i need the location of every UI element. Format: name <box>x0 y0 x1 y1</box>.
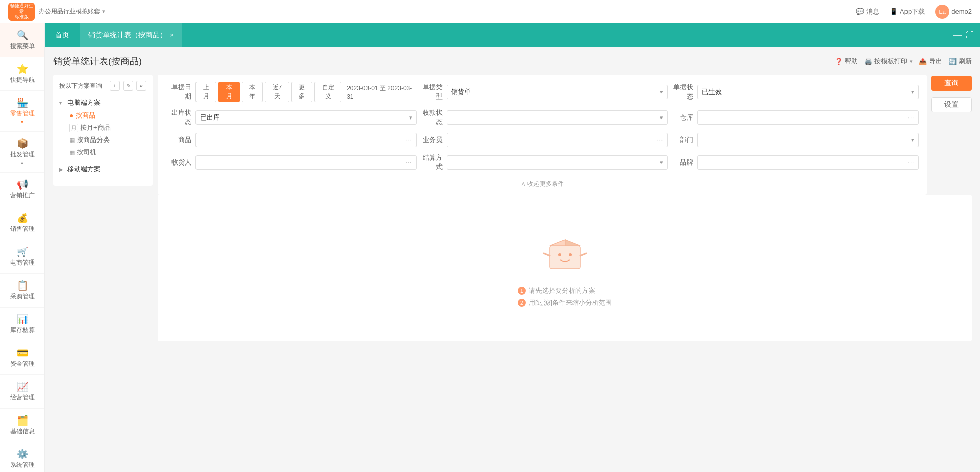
tab-maximize-icon[interactable]: ⛶ <box>966 31 974 40</box>
panel-add-btn[interactable]: + <box>110 81 120 91</box>
dept-dropdown-icon: ▾ <box>911 137 914 144</box>
settle-filter-cell: 结算方式 ▾ <box>417 153 668 172</box>
tree-group-mobile-header[interactable]: ▶ 移动端方案 <box>59 162 146 176</box>
sidebar-item-ops[interactable]: 📈 经营管理 <box>0 375 44 409</box>
by-driver-label: 按司机 <box>77 148 96 157</box>
topbar-right: 💬 消息 📱 App下载 Ea demo2 <box>856 5 972 19</box>
tab-close-icon[interactable]: × <box>170 32 174 39</box>
date-btn-7days[interactable]: 近7天 <box>265 82 289 102</box>
date-buttons: 上月 本月 本年 近7天 更多 自定义 2023-03-01 至 2023-03… <box>195 82 417 102</box>
user-menu[interactable]: Ea demo2 <box>935 5 972 19</box>
app-download-btn[interactable]: 📱 App下载 <box>890 7 925 16</box>
status-filter-cell: 单据状态 已生效 ▾ <box>668 83 919 101</box>
refresh-icon: 🔄 <box>948 58 957 65</box>
settings-button[interactable]: 设置 <box>931 97 972 112</box>
messages-btn[interactable]: 💬 消息 <box>856 7 879 16</box>
search-icon: 🔍 <box>2 30 42 41</box>
stock-select[interactable]: 已出库 ▾ <box>195 110 417 125</box>
query-btn-col: 查询 设置 <box>931 75 972 195</box>
print-btn[interactable]: 🖨️ 按模板打印 ▾ <box>864 57 913 66</box>
sidebar-system-label: 系统管理 <box>2 461 42 469</box>
by-category-label: 按商品分类 <box>77 135 110 145</box>
tree-expand-icon: ▾ <box>59 100 65 106</box>
tree-mobile-expand-icon: ▶ <box>59 167 65 172</box>
collapse-label: ∧ 收起更多条件 <box>521 180 564 187</box>
tree-item-by-category[interactable]: ▦ 按商品分类 <box>69 134 146 146</box>
avatar-initials: Ea <box>939 9 946 15</box>
panel-edit-icon: ✎ <box>126 83 131 89</box>
settle-select[interactable]: ▾ <box>447 155 668 170</box>
dept-select[interactable]: ▾ <box>697 133 919 147</box>
sidebar-item-finance[interactable]: 💳 资金管理 <box>0 341 44 375</box>
goods-input[interactable]: ··· <box>195 133 417 147</box>
payment-label: 收款状态 <box>417 108 447 127</box>
empty-step-2: 2 用[过滤]条件来缩小分析范围 <box>518 298 612 308</box>
tab-bar: 首页 销货单统计表（按商品） × — ⛶ <box>45 23 980 47</box>
logo-text: 畅捷通好生意 <box>8 3 35 14</box>
tab-minimize-icon[interactable]: — <box>953 31 962 40</box>
page-title: 销货单统计表(按商品) <box>53 55 142 67</box>
sidebar-item-basic[interactable]: 🗂️ 基础信息 <box>0 409 44 442</box>
sidebar-item-inventory[interactable]: 📊 库存核算 <box>0 308 44 341</box>
sidebar-finance-label: 资金管理 <box>2 360 42 368</box>
query-button[interactable]: 查询 <box>931 76 972 91</box>
goods-dots-icon: ··· <box>406 137 412 143</box>
sidebar-item-wholesale[interactable]: 📦 批发管理 ▴ <box>0 132 44 173</box>
export-btn[interactable]: 📤 导出 <box>919 57 942 66</box>
tab-bar-actions: — ⛶ <box>953 31 980 40</box>
dept-label: 部门 <box>668 135 697 145</box>
avatar: Ea <box>935 5 949 19</box>
refresh-btn[interactable]: 🔄 刷新 <box>948 57 972 66</box>
month-goods-icon: 月 <box>69 124 78 132</box>
date-btn-more[interactable]: 更多 <box>291 82 312 102</box>
brand-input[interactable]: ··· <box>697 155 919 170</box>
app-label: App下载 <box>900 7 925 16</box>
sidebar-item-purchase[interactable]: 📋 采购管理 <box>0 274 44 308</box>
main-top-row: 单据日期 上月 本月 本年 近7天 更多 自定义 2023-03-01 至 20… <box>158 75 972 195</box>
collapse-bar[interactable]: ∧ 收起更多条件 <box>166 176 919 191</box>
sidebar-item-marketing[interactable]: 📢 营销推广 <box>0 173 44 206</box>
help-btn[interactable]: ❓ 帮助 <box>835 57 858 66</box>
panel-edit-btn[interactable]: ✎ <box>123 81 133 91</box>
empty-state: 1 请先选择要分析的方案 2 用[过滤]条件来缩小分析范围 <box>158 195 972 341</box>
type-filter-cell: 单据类型 销货单 ▾ <box>417 83 668 101</box>
tree-group-desktop-header[interactable]: ▾ 电脑端方案 <box>59 96 146 109</box>
sidebar-item-quicknav[interactable]: ⭐ 快捷导航 <box>0 57 44 91</box>
workspace-selector[interactable]: 办公用品行业模拟账套 ▾ <box>39 7 105 16</box>
sidebar-item-search[interactable]: 🔍 搜索菜单 <box>0 23 44 57</box>
status-select[interactable]: 已生效 ▾ <box>697 85 919 99</box>
panel-collapse-btn[interactable]: « <box>136 81 146 91</box>
tab-home-label: 首页 <box>55 31 69 40</box>
tab-home[interactable]: 首页 <box>45 23 80 47</box>
tree-item-by-month-goods[interactable]: 月 按月+商品 <box>69 122 146 134</box>
receiver-filter-cell: 收货人 ··· <box>166 155 417 170</box>
payment-filter-cell: 收款状态 ▾ <box>417 108 668 127</box>
tree-item-by-driver[interactable]: ▦ 按司机 <box>69 146 146 158</box>
sidebar-item-sales[interactable]: 💰 销售管理 <box>0 206 44 240</box>
tree-item-by-goods[interactable]: ● 按商品 <box>69 109 146 122</box>
sidebar-retail-label: 零售管理 <box>2 109 42 118</box>
payment-select[interactable]: ▾ <box>447 110 668 125</box>
sidebar-quicknav-label: 快捷导航 <box>2 76 42 84</box>
date-btn-custom[interactable]: 自定义 <box>314 82 341 102</box>
filter-row-1: 单据日期 上月 本月 本年 近7天 更多 自定义 2023-03-01 至 20… <box>166 82 919 102</box>
sidebar-item-ecom[interactable]: 🛒 电商管理 <box>0 240 44 274</box>
tab-active[interactable]: 销货单统计表（按商品） × <box>80 23 182 47</box>
type-dropdown-icon: ▾ <box>660 89 663 96</box>
type-select[interactable]: 销货单 ▾ <box>447 85 668 99</box>
print-label: 按模板打印 <box>874 57 908 66</box>
stock-value: 已出库 <box>200 113 220 122</box>
sidebar-item-retail[interactable]: 🏪 零售管理 ▾ <box>0 91 44 132</box>
date-btn-this-month[interactable]: 本月 <box>218 82 239 102</box>
topbar-left: 畅捷通好生意 标准版 办公用品行业模拟账套 ▾ <box>8 3 105 21</box>
date-btn-last-month[interactable]: 上月 <box>195 82 216 102</box>
date-btn-this-year[interactable]: 本年 <box>242 82 263 102</box>
sidebar-item-system[interactable]: ⚙️ 系统管理 <box>0 442 44 472</box>
staff-input[interactable]: ··· <box>447 133 668 147</box>
receiver-input[interactable]: ··· <box>195 155 417 170</box>
warehouse-input[interactable]: ··· <box>697 110 919 125</box>
main-layout: 🔍 搜索菜单 ⭐ 快捷导航 🏪 零售管理 ▾ 📦 批发管理 ▴ 📢 营销推广 💰… <box>0 23 980 472</box>
receiver-dots-icon: ··· <box>406 159 412 166</box>
filter-row-3: 商品 ··· 业务员 <box>166 133 919 147</box>
page-actions: ❓ 帮助 🖨️ 按模板打印 ▾ 📤 导出 🔄 刷新 <box>835 57 972 66</box>
